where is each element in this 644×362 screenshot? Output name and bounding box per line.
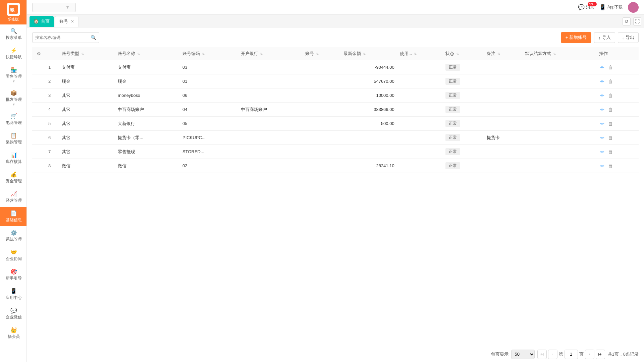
col-code[interactable]: 账号编码 ⇅ [180,47,238,60]
col-balance[interactable]: 最新余额 ⇅ [341,47,397,60]
delete-btn[interactable]: 🗑 [607,134,614,141]
edit-btn[interactable]: ✏ [599,163,606,169]
app-download-btn[interactable]: 📱 App下载 [599,4,623,10]
row-balance [341,131,397,145]
page-size-dropdown[interactable]: 50 10 20 100 [511,350,535,359]
col-name[interactable]: 账号名称 ⇅ [115,47,180,60]
col-type[interactable]: 账号类型 ⇅ [59,47,115,60]
logo-area: 粮 乐账版 [0,0,26,24]
row-settlement [522,74,596,88]
sidebar-item-search-menu[interactable]: 🔍 搜索菜单 [0,24,26,44]
row-num: 2 [46,74,59,88]
col-account[interactable]: 账号 ⇅ [303,47,341,60]
sidebar-item-finance-mgmt[interactable]: 💰 资金管理 [0,168,26,187]
sidebar-item-app-center[interactable]: 📱 应用中心 [0,285,26,304]
row-code: 04 [180,103,238,117]
page-size-select[interactable]: 50 10 20 100 [511,350,535,359]
row-num: 8 [46,159,59,173]
row-bank [238,60,303,74]
edit-btn[interactable]: ✏ [599,148,606,155]
row-remark: 提货卡 [484,131,522,145]
delete-btn[interactable]: 🗑 [607,120,614,127]
sidebar-item-system-mgmt[interactable]: ⚙️ 系统管理 [0,226,26,246]
top-search-input[interactable] [35,5,65,10]
col-remark[interactable]: 备注 ⇅ [484,47,522,60]
next-page-btn[interactable]: › [585,350,594,359]
import-btn[interactable]: ↑ 导入 [594,32,615,43]
row-bank [238,131,303,145]
delete-btn[interactable]: 🗑 [607,106,614,113]
sidebar-item-label: 畅会员 [8,334,20,340]
tab-refresh-btn[interactable]: ↺ [623,17,631,25]
page-input[interactable] [565,350,578,359]
sidebar-item-basic-info[interactable]: 📄 基础信息 [0,207,26,226]
row-usage [397,117,443,131]
row-status: 正常 [443,103,484,117]
edit-btn[interactable]: ✏ [599,134,606,141]
svg-text:粮: 粮 [10,7,15,12]
col-settlement[interactable]: 默认结算方式 ⇅ [522,47,596,60]
last-page-btn[interactable]: ⏭ [596,350,605,359]
delete-btn[interactable]: 🗑 [607,64,614,71]
edit-btn[interactable]: ✏ [599,78,606,85]
sidebar-item-vip-member[interactable]: 👑 畅会员 [0,323,26,343]
delete-btn[interactable]: 🗑 [607,163,614,169]
sidebar-item-label: 企业微信 [6,314,22,320]
delete-btn[interactable]: 🗑 [607,92,614,99]
sidebar-item-inventory-calc[interactable]: 📊 库存核算 [0,148,26,168]
basic-info-icon: 📄 [10,210,17,217]
col-status[interactable]: 状态 ⇅ [443,47,484,60]
table-row: 7 其它 零售抵现 STORED... 正常 ✏ 🗑 [32,145,639,159]
top-header-right: 💬 消息 99+ 📱 App下载 [578,2,639,13]
user-avatar[interactable] [628,2,639,13]
delete-btn[interactable]: 🗑 [607,148,614,155]
row-bank [238,117,303,131]
sidebar-item-retail-mgmt[interactable]: 🏪 零售管理 ▼ [0,63,26,86]
sidebar-item-enterprise-wechat[interactable]: 💬 企业微信 [0,304,26,323]
prev-page-btn[interactable]: ‹ [548,350,557,359]
sidebar-item-wholesale-mgmt[interactable]: 📦 批发管理 ▼ [0,86,26,110]
edit-btn[interactable]: ✏ [599,120,606,127]
sidebar-item-label: 经营管理 [6,198,22,203]
message-btn[interactable]: 💬 消息 99+ [578,4,594,10]
sidebar-item-enterprise-agreement[interactable]: 🤝 企业协同 [0,246,26,265]
edit-btn[interactable]: ✏ [599,106,606,113]
content-area: 🔍 + 新增账号 ↑ 导入 ↓ 导出 ⚙ [27,28,644,362]
sidebar-item-purchase-mgmt[interactable]: 📋 采购管理 [0,129,26,148]
sidebar-item-label: 企业协同 [6,256,22,262]
search-input[interactable] [35,35,91,40]
sidebar-item-new-guide[interactable]: 🎯 新手引导 [0,265,26,285]
tab-account[interactable]: 账号 ✕ [55,16,78,27]
row-bank [238,159,303,173]
export-btn[interactable]: ↓ 导出 [618,32,639,43]
account-tab-close[interactable]: ✕ [71,19,74,24]
row-code: 02 [180,159,238,173]
row-account [303,159,341,173]
table-row: 1 支付宝 支付宝 03 -90444.00 正常 ✏ 🗑 [32,60,639,74]
col-bank[interactable]: 开户银行 ⇅ [238,47,303,60]
tab-home[interactable]: 🏠 首页 [30,16,54,27]
sidebar-item-operations-mgmt[interactable]: 📈 经营管理 [0,187,26,207]
sidebar-item-label: 库存核算 [6,159,22,165]
tab-fullscreen-btn[interactable]: ⛶ [633,17,641,25]
row-balance: 383866.00 [341,103,397,117]
first-page-btn[interactable]: ⏮ [537,350,547,359]
add-account-btn[interactable]: + 新增账号 [561,32,591,43]
sidebar-item-ecommerce-mgmt[interactable]: 🛒 电商管理 [0,110,26,129]
delete-btn[interactable]: 🗑 [607,78,614,85]
col-gear[interactable]: ⚙ [32,47,46,60]
row-type: 其它 [59,131,115,145]
edit-btn[interactable]: ✏ [599,64,606,71]
edit-btn[interactable]: ✏ [599,92,606,99]
operations-mgmt-icon: 📈 [10,191,17,197]
sidebar-item-label: 基础信息 [6,217,22,223]
row-type: 其它 [59,117,115,131]
search-icon: 🔍 [91,35,96,40]
row-bank [238,74,303,88]
row-gear [32,88,46,103]
col-usage[interactable]: 使用... ⇅ [397,47,443,60]
row-gear [32,131,46,145]
row-type: 其它 [59,145,115,159]
sidebar-item-quick-nav[interactable]: ⚡ 快捷导航 [0,44,26,63]
row-status: 正常 [443,159,484,173]
